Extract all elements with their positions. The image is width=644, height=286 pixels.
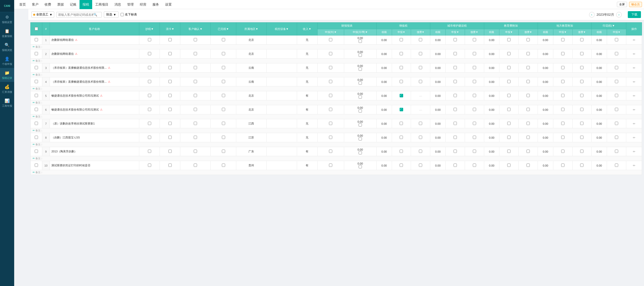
row-checkbox-field[interactable] [194,108,197,111]
row-checkbox-field[interactable] [168,150,172,153]
city-report-checkbox[interactable] [454,94,457,97]
select-all-checkbox[interactable] [35,27,38,30]
nav-item-billing[interactable]: 收费 [42,0,54,9]
annual-checkbox[interactable] [329,66,332,69]
vat-report-checkbox[interactable] [400,136,403,139]
row-checkbox-field[interactable] [194,150,197,153]
localedu-pay-checkbox[interactable] [580,94,583,97]
search-box[interactable]: 🔍 [56,12,102,17]
edit-remark-icon[interactable]: ✏ [33,157,35,160]
edit-icon[interactable]: ✏ [633,164,635,167]
row-checkbox-field[interactable] [168,80,172,83]
row-checkbox[interactable] [35,164,38,167]
edit-icon[interactable]: ✏ [633,122,635,126]
localedu-pay-checkbox[interactable] [580,136,583,139]
th-annual-report[interactable]: 申报(年)▼ [317,29,344,35]
localedu-pay-checkbox[interactable] [580,80,583,83]
nav-item-bizproject[interactable]: 工商项目 [92,0,111,9]
edit-remark-icon[interactable]: ✏ [33,129,35,132]
edit-remark-icon[interactable]: ✏ [33,115,35,118]
annual-checkbox[interactable] [329,94,332,97]
edit-remark-icon[interactable]: ✏ [33,143,35,146]
edu-report-checkbox[interactable] [507,150,511,153]
row-checkbox-field[interactable] [148,66,151,69]
monthly-checkbox[interactable] [359,137,362,140]
localedu-pay-checkbox[interactable] [580,66,583,69]
edu-pay-checkbox[interactable] [526,122,530,125]
city-report-checkbox[interactable] [454,122,457,125]
vat-pay-checkbox[interactable] [419,122,422,125]
annual-checkbox[interactable] [329,80,332,83]
sidebar-item-tax-browse[interactable]: 🔍 报税浏览 [0,40,14,54]
th-income[interactable]: 收入▼ [297,23,317,35]
th-checkbox[interactable] [31,23,42,35]
nav-item-manage[interactable]: 管理 [124,0,137,9]
stamp-report-checkbox[interactable] [615,66,618,69]
stamp-report-checkbox[interactable] [615,94,618,97]
edit-icon[interactable]: ✏ [633,66,635,70]
stamp-report-checkbox[interactable] [615,52,618,55]
city-report-checkbox[interactable] [454,66,457,69]
stamp-report-checkbox[interactable] [615,136,618,139]
localedu-pay-checkbox[interactable] [580,108,583,111]
vip-button[interactable]: 畅会员 [629,2,642,7]
edit-icon[interactable]: ✏ [633,38,635,42]
row-checkbox[interactable] [35,108,38,111]
edu-pay-checkbox[interactable] [526,38,530,41]
city-report-checkbox[interactable] [454,164,457,167]
monthly-checkbox[interactable] [359,40,362,43]
row-checkbox[interactable] [35,94,38,97]
edit-icon[interactable]: ✏ [633,52,635,56]
th-vat-pay[interactable]: 缴费▼ [411,29,430,35]
vat-report-checkbox[interactable] [400,122,403,125]
annual-checkbox[interactable] [329,122,332,125]
localedu-report-checkbox[interactable] [561,150,564,153]
sidebar-item-tax-record[interactable]: 📁 报税记录 [0,68,14,82]
vat-pay-checkbox[interactable] [419,150,422,153]
filter-button[interactable]: 筛选 ▼ [104,11,119,18]
row-checkbox-field[interactable] [222,66,225,69]
city-report-checkbox[interactable] [454,150,457,153]
edu-pay-checkbox[interactable] [526,66,530,69]
row-checkbox[interactable] [35,38,38,41]
localedu-pay-checkbox[interactable] [580,122,583,125]
edit-remark-icon[interactable]: ✏ [33,59,35,62]
edu-report-checkbox[interactable] [507,108,511,111]
edu-report-checkbox[interactable] [507,38,511,41]
th-reported[interactable]: 已完税▼ [211,23,236,35]
localedu-pay-checkbox[interactable] [580,164,583,167]
edu-pay-checkbox[interactable] [526,150,530,153]
vat-report-checkbox[interactable] [400,80,403,83]
annual-checkbox[interactable] [329,108,332,111]
annual-checkbox[interactable] [329,164,332,167]
row-checkbox-field[interactable] [168,108,172,111]
th-vat-report[interactable]: 申报▼ [392,29,411,35]
th-tax-copy[interactable]: 抄税▼ [139,23,160,35]
sidebar-item-tax-settings[interactable]: ⚙ 报税设置 [0,12,14,26]
monthly-checkbox[interactable] [359,53,362,57]
annual-checkbox[interactable] [329,136,332,139]
edu-report-checkbox[interactable] [507,80,511,83]
checkbox-label-subordinate[interactable]: 名下标表 [121,12,137,17]
city-pay-checkbox[interactable] [473,122,476,125]
row-checkbox[interactable] [35,80,38,83]
row-checkbox-field[interactable] [222,52,225,55]
edit-icon[interactable]: ✏ [633,108,635,112]
localedu-report-checkbox[interactable] [561,38,564,41]
stamp-report-checkbox[interactable] [615,122,618,125]
monthly-checkbox[interactable] [359,109,362,113]
edu-pay-checkbox[interactable] [526,164,530,167]
row-checkbox-field[interactable] [148,80,151,83]
stamp-report-checkbox[interactable] [615,38,618,41]
row-checkbox-field[interactable] [222,150,225,153]
row-checkbox-field[interactable] [222,94,225,97]
vat-report-checkbox[interactable] [400,150,403,153]
row-checkbox-field[interactable] [168,164,172,167]
row-checkbox-field[interactable] [148,136,151,139]
next-date-button[interactable]: › [616,12,622,17]
row-checkbox[interactable] [35,66,38,69]
edu-pay-checkbox[interactable] [526,52,530,55]
edit-icon[interactable]: ✏ [633,94,635,98]
edu-pay-checkbox[interactable] [526,108,530,111]
city-report-checkbox[interactable] [454,136,457,139]
